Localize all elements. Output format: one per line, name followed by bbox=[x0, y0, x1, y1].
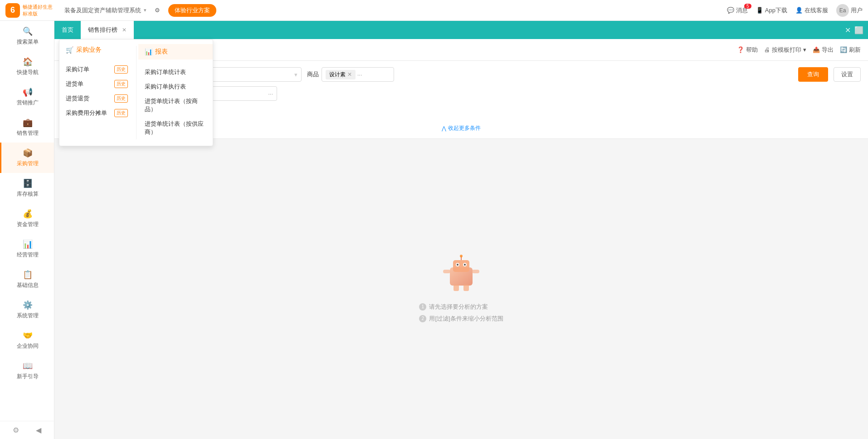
query-button[interactable]: 查询 bbox=[798, 67, 828, 82]
sidebar-item-operations[interactable]: 📊 经营管理 bbox=[0, 234, 54, 264]
user-menu-button[interactable]: Ea 用户 bbox=[836, 4, 863, 17]
sidebar: 🔍 搜索菜单 🏠 快捷导航 📢 营销推广 💼 销售管理 📦 采购管 bbox=[0, 21, 54, 439]
top-header-left: 6 畅捷通好生意 标准版 装备及固定资产辅助管理系统 ▾ ⚙ 体验行业方案 bbox=[5, 3, 216, 18]
sidebar-item-quick-nav[interactable]: 🏠 快捷导航 bbox=[0, 51, 54, 82]
online-service-button[interactable]: 👤 在线客服 bbox=[795, 6, 828, 15]
top-header-right: 💬 消息 5 📱 App下载 👤 在线客服 Ea 用户 bbox=[727, 4, 863, 17]
basic-info-icon: 📋 bbox=[23, 270, 33, 280]
svg-point-7 bbox=[460, 255, 463, 257]
top-header: 6 畅捷通好生意 标准版 装备及固定资产辅助管理系统 ▾ ⚙ 体验行业方案 💬 … bbox=[0, 0, 868, 21]
sidebar-item-sales[interactable]: 💼 销售管理 bbox=[0, 112, 54, 143]
sidebar-item-label: 搜索菜单 bbox=[17, 38, 39, 46]
tab-sales-rank[interactable]: 销售排行榜 ✕ bbox=[81, 21, 134, 39]
svg-rect-8 bbox=[454, 285, 459, 291]
logo-text: 畅捷通好生意 标准版 bbox=[23, 4, 53, 17]
app-icon: 📱 bbox=[756, 7, 763, 14]
dropdown-item-order-exec[interactable]: 采购订单执行表 bbox=[145, 79, 207, 94]
header-settings-button[interactable]: ⚙ bbox=[151, 4, 164, 17]
home-icon: 🏠 bbox=[23, 57, 33, 67]
purchase-icon: 📦 bbox=[23, 148, 33, 158]
help-icon: ❓ bbox=[737, 46, 744, 53]
tab-maximize-icon[interactable]: ⬜ bbox=[854, 26, 863, 35]
goods-tag-close[interactable]: ✕ bbox=[347, 71, 352, 78]
sidebar-collapse-button[interactable]: ◀ bbox=[36, 426, 41, 434]
tab-close-window-icon[interactable]: ✕ bbox=[845, 26, 851, 35]
dropdown-item-receive-stat-goods[interactable]: 进货单统计表（按商品） bbox=[145, 94, 207, 117]
sidebar-item-finance[interactable]: 💰 资金管理 bbox=[0, 203, 54, 234]
print-dropdown-arrow[interactable]: ▾ bbox=[803, 46, 806, 53]
tab-spacer bbox=[134, 21, 840, 39]
notification-count: 5 bbox=[744, 4, 751, 9]
sidebar-item-purchase[interactable]: 📦 采购管理 bbox=[0, 143, 54, 173]
purchase-dropdown-menu: 🛒 采购业务 采购订单 历史 进货单 历史 进货退货 历史 采购费用分摊单 bbox=[59, 39, 213, 146]
sidebar-item-label: 经营管理 bbox=[17, 251, 39, 259]
sales-icon: 💼 bbox=[23, 118, 33, 128]
empty-state: 1 请先选择要分析的方案 2 用[过滤]条件来缩小分析范围 bbox=[54, 139, 868, 439]
app-download-button[interactable]: 📱 App下载 bbox=[756, 6, 787, 15]
empty-hint-1: 1 请先选择要分析的方案 bbox=[419, 301, 503, 313]
dropdown-item-purchase-order[interactable]: 采购订单 历史 bbox=[66, 62, 128, 77]
sidebar-item-label: 基础信息 bbox=[17, 281, 39, 289]
dropdown-item-cost[interactable]: 采购费用分摊单 历史 bbox=[66, 106, 128, 120]
sidebar-item-guide[interactable]: 📖 新手引导 bbox=[0, 355, 54, 386]
goods-dots[interactable]: ··· bbox=[357, 71, 362, 78]
sidebar-item-basic-info[interactable]: 📋 基础信息 bbox=[0, 264, 54, 295]
refresh-button[interactable]: 🔄 刷新 bbox=[840, 46, 861, 54]
dropdown-item-return[interactable]: 进货退货 历史 bbox=[66, 91, 128, 106]
svg-point-5 bbox=[464, 264, 466, 266]
dropdown-columns: 🛒 采购业务 采购订单 历史 进货单 历史 进货退货 历史 采购费用分摊单 bbox=[59, 46, 213, 139]
logo-area: 6 畅捷通好生意 标准版 bbox=[5, 3, 60, 18]
tab-actions: ✕ ⬜ bbox=[840, 21, 868, 39]
finance-icon: 💰 bbox=[23, 209, 33, 219]
system-title: 装备及固定资产辅助管理系统 ▾ bbox=[64, 6, 146, 15]
sidebar-item-inventory[interactable]: 🗄️ 库存核算 bbox=[0, 173, 54, 203]
sidebar-item-marketing[interactable]: 📢 营销推广 bbox=[0, 82, 54, 112]
enterprise-icon: 🤝 bbox=[23, 330, 33, 340]
tab-home[interactable]: 首页 bbox=[54, 21, 81, 39]
refresh-icon: 🔄 bbox=[840, 46, 847, 53]
system-icon: ⚙️ bbox=[23, 300, 33, 310]
history-badge: 历史 bbox=[114, 109, 128, 117]
sidebar-nav: 🔍 搜索菜单 🏠 快捷导航 📢 营销推广 💼 销售管理 📦 采购管 bbox=[0, 21, 54, 386]
export-button[interactable]: 📤 导出 bbox=[813, 46, 834, 54]
empty-svg bbox=[439, 254, 484, 295]
print-icon: 🖨 bbox=[764, 46, 770, 53]
dropdown-item-receive-stat-supplier[interactable]: 进货单统计表（按供应商） bbox=[145, 117, 207, 139]
sidebar-item-search[interactable]: 🔍 搜索菜单 bbox=[0, 21, 54, 51]
purchase-title-icon: 🛒 bbox=[66, 46, 73, 54]
dropdown-purchase-title: 🛒 采购业务 bbox=[66, 46, 128, 57]
service-icon: 👤 bbox=[795, 7, 803, 14]
history-badge: 历史 bbox=[114, 94, 128, 103]
sidebar-item-label: 采购管理 bbox=[17, 160, 39, 168]
dropdown-divider bbox=[136, 46, 137, 139]
system-dropdown-arrow[interactable]: ▾ bbox=[144, 7, 146, 13]
trial-button[interactable]: 体验行业方案 bbox=[168, 4, 216, 17]
salesperson-dots[interactable]: ··· bbox=[268, 90, 273, 97]
svg-rect-1 bbox=[453, 260, 469, 272]
dropdown-item-receive[interactable]: 进货单 历史 bbox=[66, 77, 128, 91]
dropdown-item-order-stat[interactable]: 采购订单统计表 bbox=[145, 65, 207, 79]
svg-point-4 bbox=[457, 264, 458, 266]
notification-button[interactable]: 💬 消息 5 bbox=[727, 6, 748, 15]
sidebar-item-enterprise[interactable]: 🤝 企业协同 bbox=[0, 325, 54, 355]
help-button[interactable]: ❓ 帮助 bbox=[737, 46, 758, 54]
status-dropdown-arrow[interactable]: ▾ bbox=[294, 71, 297, 78]
settings-button[interactable]: 设置 bbox=[834, 67, 861, 82]
sidebar-settings-button[interactable]: ⚙ bbox=[13, 426, 19, 434]
svg-rect-9 bbox=[463, 285, 469, 291]
sidebar-item-label: 系统管理 bbox=[17, 312, 39, 320]
print-button[interactable]: 🖨 按模板打印 ▾ bbox=[764, 46, 806, 54]
sidebar-item-system[interactable]: ⚙️ 系统管理 bbox=[0, 295, 54, 325]
dropdown-purchase-col: 🛒 采购业务 采购订单 历史 进货单 历史 进货退货 历史 采购费用分摊单 bbox=[59, 46, 134, 139]
sidebar-item-label: 企业协同 bbox=[17, 342, 39, 350]
empty-hint-2: 2 用[过滤]条件来缩小分析范围 bbox=[419, 313, 503, 325]
guide-icon: 📖 bbox=[23, 361, 33, 371]
tab-close-icon[interactable]: ✕ bbox=[122, 27, 127, 33]
tab-home-label: 首页 bbox=[62, 26, 73, 34]
export-icon: 📤 bbox=[813, 46, 820, 53]
report-title-icon: 📊 bbox=[145, 48, 152, 55]
sidebar-item-label: 快捷导航 bbox=[17, 69, 39, 76]
logo-icon: 6 bbox=[5, 3, 20, 18]
empty-illustration bbox=[439, 254, 484, 295]
tab-sales-rank-label: 销售排行榜 bbox=[88, 26, 117, 34]
